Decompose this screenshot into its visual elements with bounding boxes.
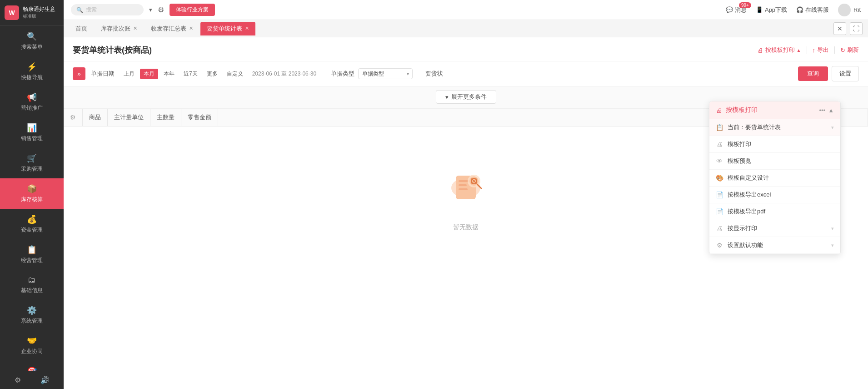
default-settings-arrow: ▾ bbox=[831, 242, 834, 248]
date-btn-last-month[interactable]: 上月 bbox=[120, 69, 138, 79]
dropdown-title: 按模板打印 bbox=[726, 106, 758, 114]
sidebar-item-operation[interactable]: 📋 经营管理 bbox=[0, 239, 64, 270]
user-name: Rit bbox=[853, 6, 861, 13]
dropdown-item-display-print[interactable]: 🖨 按显示打印 ▾ bbox=[709, 220, 840, 237]
topbar-gear-icon[interactable]: ⚙ bbox=[158, 5, 164, 14]
date-btn-more[interactable]: 更多 bbox=[203, 69, 221, 79]
settings-bottom-icon[interactable]: ⚙ bbox=[15, 376, 21, 384]
search-icon-topbar: 🔍 bbox=[76, 7, 83, 13]
date-btn-7days[interactable]: 近7天 bbox=[180, 69, 201, 79]
topbar-search-box[interactable]: 🔍 搜索 bbox=[71, 4, 144, 15]
tab-inventory-batch[interactable]: 库存批次账 ✕ bbox=[95, 22, 144, 35]
template-print-label: 模板打印 bbox=[728, 140, 751, 148]
topbar-dropdown-arrow[interactable]: ▾ bbox=[149, 6, 152, 13]
dropdown-print-icon: 🖨 bbox=[716, 106, 722, 114]
display-print-label: 按显示打印 bbox=[728, 224, 757, 232]
sidebar-item-search[interactable]: 🔍 搜索菜单 bbox=[0, 26, 64, 56]
refresh-btn[interactable]: ↻ 刷新 bbox=[840, 46, 859, 54]
date-btn-this-month[interactable]: 本月 bbox=[140, 69, 158, 79]
sidebar-item-finance[interactable]: 💰 资金管理 bbox=[0, 209, 64, 239]
export-icon: ↑ bbox=[813, 47, 816, 54]
settings-button[interactable]: 设置 bbox=[832, 66, 859, 81]
tab-order-stats[interactable]: 要货单统计表 ✕ bbox=[200, 22, 255, 35]
sidebar-item-label: 库存核算 bbox=[21, 196, 43, 203]
marketing-icon: 📢 bbox=[27, 92, 37, 102]
filter-expand-button[interactable]: » bbox=[73, 67, 85, 80]
date-btn-custom[interactable]: 自定义 bbox=[223, 69, 247, 79]
order-type-label: 单据类型 bbox=[331, 70, 354, 78]
basic-icon: 🗂 bbox=[28, 275, 36, 285]
th-settings[interactable]: ⚙ bbox=[64, 109, 83, 126]
order-type-select[interactable]: 单据类型 bbox=[358, 68, 413, 79]
message-badge[interactable]: 💬 消息 99+ bbox=[726, 6, 747, 14]
tab-expand-btn[interactable]: ⛶ bbox=[850, 22, 863, 35]
search-icon: 🔍 bbox=[27, 31, 37, 41]
tab-receipt-summary-label: 收发存汇总表 bbox=[151, 25, 186, 33]
table-settings-icon[interactable]: ⚙ bbox=[70, 114, 76, 121]
mobile-icon: 📱 bbox=[756, 6, 763, 13]
sidebar-footer: ⚙ 🔊 bbox=[0, 371, 64, 389]
default-settings-icon: ⚙ bbox=[716, 242, 723, 249]
sidebar-item-collab[interactable]: 🤝 企业协同 bbox=[0, 330, 64, 361]
export-label: 导出 bbox=[817, 46, 829, 54]
dropdown-item-template-print[interactable]: 🖨 模板打印 bbox=[709, 136, 840, 153]
purchase-icon: 🛒 bbox=[27, 153, 37, 163]
headset-icon: 🎧 bbox=[796, 6, 803, 13]
tab-inventory-batch-close[interactable]: ✕ bbox=[133, 25, 137, 31]
sidebar-item-quicknav[interactable]: ⚡ 快捷导航 bbox=[0, 56, 64, 87]
sidebar-item-label: 搜索菜单 bbox=[21, 43, 43, 51]
tab-receipt-summary-close[interactable]: ✕ bbox=[189, 25, 193, 31]
sidebar-item-purchase[interactable]: 🛒 采购管理 bbox=[0, 148, 64, 178]
dropdown-item-template-preview[interactable]: 👁 模板预览 bbox=[709, 153, 840, 170]
dropdown-header[interactable]: 🖨 按模板打印 ••• ▲ bbox=[709, 101, 840, 119]
tab-home[interactable]: 首页 bbox=[69, 22, 94, 35]
message-icon: 💬 bbox=[726, 6, 733, 13]
sidebar-item-label: 经营管理 bbox=[21, 257, 43, 264]
sidebar-item-inventory[interactable]: 📦 库存核算 bbox=[0, 178, 64, 209]
trial-button[interactable]: 体验行业方案 bbox=[170, 4, 215, 16]
print-template-btn[interactable]: 🖨 按模板打印 ▲ bbox=[758, 46, 801, 54]
dropdown-item-template-excel[interactable]: 📄 按模板导出excel bbox=[709, 187, 840, 203]
user-menu[interactable]: Rit bbox=[838, 4, 861, 16]
dropdown-current-icon: 📋 bbox=[716, 124, 723, 131]
dropdown-current-arrow: ▾ bbox=[831, 125, 834, 131]
tab-order-stats-close[interactable]: ✕ bbox=[245, 25, 249, 31]
dropdown-item-default-settings[interactable]: ⚙ 设置默认功能 ▾ bbox=[709, 237, 840, 254]
template-pdf-icon: 📄 bbox=[716, 208, 723, 215]
template-design-icon: 🎨 bbox=[716, 174, 723, 182]
date-buttons: 上月 本月 本年 近7天 更多 自定义 bbox=[120, 69, 247, 79]
dropdown-item-template-design[interactable]: 🎨 模板自定义设计 bbox=[709, 170, 840, 187]
online-service-btn[interactable]: 🎧 在线客服 bbox=[796, 6, 829, 14]
display-print-icon: 🖨 bbox=[716, 225, 723, 232]
template-print-icon: 🖨 bbox=[716, 141, 723, 148]
app-sub: 标准版 bbox=[23, 13, 55, 20]
date-btn-this-year[interactable]: 本年 bbox=[160, 69, 178, 79]
sidebar-nav: 🔍 搜索菜单 ⚡ 快捷导航 📢 营销推广 📊 销售管理 🛒 采购管理 📦 库存核… bbox=[0, 26, 64, 371]
th-unit: 主计量单位 bbox=[108, 109, 150, 126]
sidebar: W 畅康通好生意 标准版 🔍 搜索菜单 ⚡ 快捷导航 📢 营销推广 📊 销售管理… bbox=[0, 0, 64, 389]
tab-close-window-btn[interactable]: ✕ bbox=[833, 22, 846, 35]
speaker-icon[interactable]: 🔊 bbox=[40, 376, 50, 384]
sidebar-item-label: 基础信息 bbox=[21, 287, 43, 294]
dropdown-item-template-pdf[interactable]: 📄 按模板导出pdf bbox=[709, 203, 840, 220]
expand-label: 展开更多条件 bbox=[451, 93, 487, 101]
empty-text: 暂无数据 bbox=[453, 223, 479, 232]
sidebar-item-guide[interactable]: 🎯 新手引导 bbox=[0, 361, 64, 371]
dropdown-collapse-icon[interactable]: ▲ bbox=[828, 107, 834, 114]
page-content: 要货单统计表(按商品) 🖨 按模板打印 ▲ ↑ 导出 ↻ 刷新 bbox=[64, 37, 868, 389]
sidebar-item-marketing[interactable]: 📢 营销推广 bbox=[0, 87, 64, 117]
app-download-btn[interactable]: 📱 App下载 bbox=[756, 6, 787, 14]
dropdown-header-right: ••• ▲ bbox=[819, 107, 834, 114]
sidebar-item-basic[interactable]: 🗂 基础信息 bbox=[0, 270, 64, 300]
expand-more-button[interactable]: ▾ 展开更多条件 bbox=[436, 90, 496, 104]
dropdown-current-item[interactable]: 📋 当前：要货单统计表 ▾ bbox=[709, 119, 840, 136]
filter-btn-group: 查询 设置 bbox=[798, 66, 859, 81]
svg-rect-3 bbox=[459, 184, 467, 186]
sidebar-item-sales[interactable]: 📊 销售管理 bbox=[0, 117, 64, 148]
page-actions: 🖨 按模板打印 ▲ ↑ 导出 ↻ 刷新 bbox=[758, 46, 859, 54]
tab-receipt-summary[interactable]: 收发存汇总表 ✕ bbox=[145, 22, 200, 35]
sidebar-item-system[interactable]: ⚙️ 系统管理 bbox=[0, 300, 64, 330]
export-btn[interactable]: ↑ 导出 bbox=[813, 46, 829, 54]
query-button[interactable]: 查询 bbox=[798, 66, 828, 81]
tab-home-label: 首页 bbox=[75, 25, 87, 33]
